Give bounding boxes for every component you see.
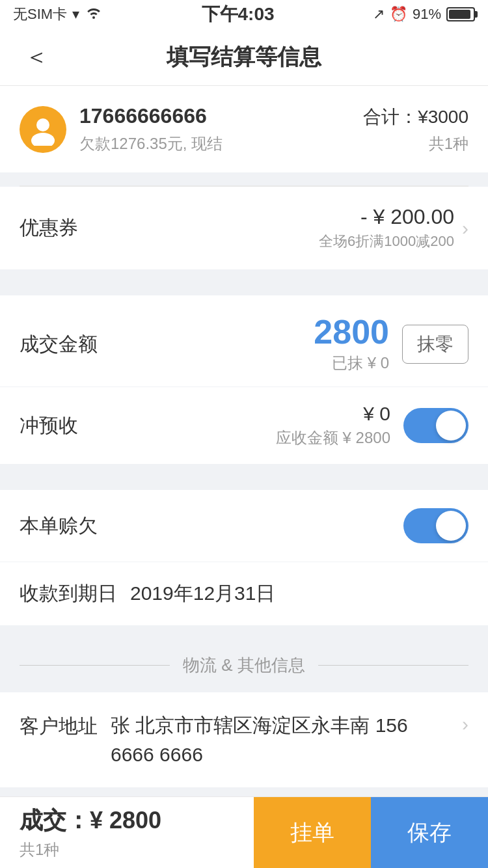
deal-sub: 已抹 ¥ 0 <box>314 353 389 373</box>
coupon-discount: - ¥ 200.00 全场6折满1000减200 <box>319 205 454 251</box>
customer-total: 合计：¥3000 共1种 <box>363 105 468 154</box>
status-time: 下午4:03 <box>202 2 275 27</box>
bottom-bar: 成交：¥ 2800 共1种 挂单 保存 <box>0 796 488 868</box>
customer-phone: 17666666666 <box>79 104 223 128</box>
page-title: 填写结算等信息 <box>167 42 321 72</box>
logistics-title: 物流 & 其他信息 <box>183 654 305 677</box>
status-right: ↗ ⏰ 91% <box>373 6 475 23</box>
coupon-chevron-icon: › <box>462 217 468 239</box>
coupon-row[interactable]: 优惠券 - ¥ 200.00 全场6折满1000减200 › <box>0 187 488 269</box>
status-left: 无SIM卡 ▾ <box>13 5 103 24</box>
bottom-deal-label: 成交： <box>20 807 90 834</box>
main-content: 17666666666 欠款1276.35元, 现结 合计：¥3000 共1种 … <box>0 86 488 865</box>
back-button[interactable]: ＜ <box>18 34 55 79</box>
avatar <box>20 106 66 153</box>
total-label: 合计：¥3000 <box>363 105 468 129</box>
coupon-desc: 全场6折满1000减200 <box>319 232 454 251</box>
writeoff-toggle-knob <box>436 511 466 541</box>
logistics-line-left <box>20 665 170 666</box>
svg-point-1 <box>31 133 55 146</box>
customer-left: 17666666666 欠款1276.35元, 现结 <box>20 104 223 154</box>
duedate-value: 2019年12月31日 <box>130 580 275 607</box>
nav-bar: ＜ 填写结算等信息 <box>0 29 488 86</box>
writeoff-label: 本单赊欠 <box>20 513 98 539</box>
duedate-row: 收款到期日 2019年12月31日 <box>0 562 488 625</box>
avatar-icon <box>27 113 59 146</box>
svg-point-0 <box>36 118 49 131</box>
battery-icon <box>446 7 475 21</box>
save-button[interactable]: 保存 <box>371 797 488 869</box>
customer-debt: 欠款1276.35元, 现结 <box>79 133 223 154</box>
bottom-deal-value: ¥ 2800 <box>90 807 161 834</box>
location-icon: ↗ <box>373 6 385 23</box>
address-chevron-icon: › <box>462 711 468 735</box>
pending-button[interactable]: 挂单 <box>254 797 371 869</box>
gray-separator-1 <box>0 282 488 295</box>
coupon-right: - ¥ 200.00 全场6折满1000减200 › <box>319 205 468 251</box>
address-value: 张 北京市市辖区海淀区永丰南 156 6666 6666 <box>111 711 455 769</box>
address-label: 客户地址 <box>20 711 98 740</box>
coupon-amount: - ¥ 200.00 <box>319 205 454 229</box>
coupon-label: 优惠券 <box>20 215 78 241</box>
amount-row: 成交金额 2800 已抹 ¥ 0 抹零 <box>0 295 488 387</box>
bottom-summary: 成交：¥ 2800 共1种 <box>0 805 254 860</box>
logistics-header: 物流 & 其他信息 <box>0 638 488 692</box>
amount-right: 2800 已抹 ¥ 0 抹零 <box>314 315 468 373</box>
duedate-label: 收款到期日 <box>20 580 117 607</box>
prepay-label: 冲预收 <box>20 413 78 439</box>
customer-card: 17666666666 欠款1276.35元, 现结 合计：¥3000 共1种 <box>0 86 488 172</box>
toggle-knob <box>436 411 466 441</box>
writeoff-row: 本单赊欠 <box>0 490 488 562</box>
wifi-label <box>85 6 103 23</box>
status-bar: 无SIM卡 ▾ 下午4:03 ↗ ⏰ 91% <box>0 0 488 29</box>
amount-section: 成交金额 2800 已抹 ¥ 0 抹零 冲预收 ¥ 0 应收金额 ¥ 2800 <box>0 295 488 464</box>
bottom-deal-amount: 成交：¥ 2800 <box>20 805 234 837</box>
wifi-icon: ▾ <box>72 6 79 23</box>
deal-value: 2800 <box>314 315 389 349</box>
prepay-values: ¥ 0 应收金额 ¥ 2800 <box>276 403 390 448</box>
prepay-amount: ¥ 0 <box>276 403 390 425</box>
logistics-line-right <box>318 665 468 666</box>
amount-label: 成交金额 <box>20 331 98 358</box>
prepay-row: 冲预收 ¥ 0 应收金额 ¥ 2800 <box>0 387 488 464</box>
customer-info: 17666666666 欠款1276.35元, 现结 <box>79 104 223 154</box>
round-button[interactable]: 抹零 <box>402 325 468 364</box>
amount-value-block: 2800 已抹 ¥ 0 <box>314 315 389 373</box>
carrier-text: 无SIM卡 <box>13 5 67 24</box>
writeoff-toggle[interactable] <box>403 508 468 543</box>
prepay-receivable: 应收金额 ¥ 2800 <box>276 427 390 448</box>
battery-text: 91% <box>413 6 441 23</box>
prepay-toggle[interactable] <box>403 408 468 443</box>
bottom-deal-count: 共1种 <box>20 839 234 860</box>
gray-separator-2 <box>0 464 488 477</box>
address-row[interactable]: 客户地址 张 北京市市辖区海淀区永丰南 156 6666 6666 › <box>0 692 488 787</box>
prepay-right: ¥ 0 应收金额 ¥ 2800 <box>276 403 468 448</box>
alarm-icon: ⏰ <box>390 6 407 23</box>
total-count: 共1种 <box>363 133 468 154</box>
